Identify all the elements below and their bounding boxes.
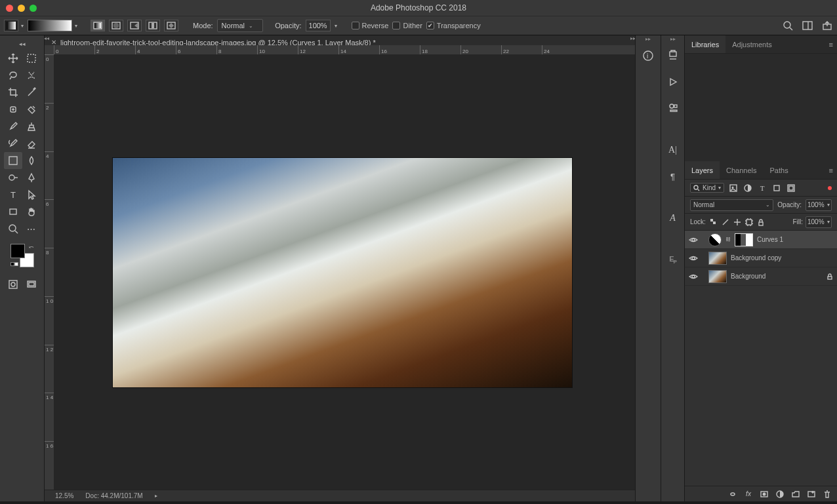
move-tool[interactable] [4,50,22,67]
quick-mask-button[interactable] [4,279,22,290]
foreground-color-swatch[interactable] [10,244,25,258]
layer-name[interactable]: Background copy [731,254,781,262]
ruler-horizontal[interactable]: 024681012141618202224 [45,45,635,54]
ruler-vertical[interactable]: 024681 01 21 41 6 [45,54,54,490]
linear-gradient-button[interactable] [91,20,105,31]
foreground-background-colors[interactable]: ⤺ [10,244,34,267]
layer-visibility-icon[interactable] [689,273,698,280]
opacity-input[interactable]: 100% [306,20,331,31]
default-colors-icon[interactable] [10,262,18,267]
dodge-tool[interactable] [4,169,22,186]
swap-colors-icon[interactable]: ⤺ [29,244,34,250]
workspace-switcher-icon[interactable] [802,20,813,31]
lasso-tool[interactable] [4,67,22,84]
layer-mask-thumb[interactable] [735,233,753,246]
tab-paths[interactable]: Paths [764,161,795,179]
canvas[interactable] [54,54,635,490]
layer-row[interactable]: Background copy [685,249,837,267]
layer-row[interactable]: Background [685,267,837,286]
diamond-gradient-button[interactable] [164,20,178,31]
tab-adjustments[interactable]: Adjustments [725,35,779,53]
reverse-checkbox[interactable]: Reverse [352,22,389,29]
lock-position-icon[interactable] [733,218,741,226]
expand-panels-icon[interactable]: ▸▸ [645,36,651,42]
transparency-checkbox[interactable]: ✔Transparency [426,22,481,29]
link-layers-icon[interactable] [728,490,737,499]
mask-link-icon[interactable]: ⛓ [725,237,731,242]
brush-tool[interactable] [4,118,22,135]
extension-panel-icon[interactable]: EP [666,253,680,267]
crop-tool[interactable] [4,84,22,101]
dither-checkbox[interactable]: Dither [392,22,422,29]
edit-toolbar-button[interactable]: ⋯ [22,220,41,237]
character-panel-icon[interactable]: A| [666,143,680,157]
filter-smart-icon[interactable] [786,183,796,193]
timeline-panel-icon[interactable] [666,101,680,115]
lock-transparency-icon[interactable] [710,218,718,226]
filter-adjustment-icon[interactable] [743,183,753,193]
history-panel-icon[interactable] [666,48,680,63]
search-icon[interactable] [782,20,794,31]
gradient-tool[interactable] [4,152,22,169]
lock-all-icon[interactable] [757,218,765,226]
tab-channels[interactable]: Channels [720,161,763,179]
doc-size-info[interactable]: Doc: 44.2M/101.7M [85,492,142,499]
path-select-tool[interactable] [22,186,41,203]
collapse-toolbar-icon[interactable]: ◂◂ [19,41,26,47]
status-chevron-icon[interactable]: ▸ [155,493,157,499]
blur-tool[interactable] [22,152,41,169]
hand-tool[interactable] [22,203,41,220]
blend-mode-select[interactable]: Normal⌄ [690,199,773,211]
adjustment-layer-icon[interactable] [775,490,785,499]
eyedropper-tool[interactable] [22,84,41,101]
layer-name[interactable]: Curves 1 [757,236,783,243]
filter-pixel-icon[interactable] [728,183,739,193]
new-layer-icon[interactable] [807,490,816,499]
mode-select[interactable]: Normal ⌄ [217,19,264,32]
history-brush-tool[interactable] [4,135,22,152]
tab-layers[interactable]: Layers [685,161,720,179]
layer-visibility-icon[interactable] [689,237,698,243]
group-layers-icon[interactable] [791,490,800,499]
tool-preset-picker[interactable]: ▾ [4,20,24,31]
radial-gradient-button[interactable] [109,20,123,31]
glyphs-panel-icon[interactable]: A [666,211,680,225]
spot-healing-tool[interactable] [4,101,22,118]
angle-gradient-button[interactable] [127,20,142,31]
screen-mode-button[interactable] [22,279,41,290]
libraries-panel-body[interactable] [685,54,837,161]
layer-style-icon[interactable]: fx [744,490,753,499]
layer-visibility-icon[interactable] [689,255,698,262]
share-icon[interactable] [821,20,833,31]
patch-tool[interactable] [22,101,41,118]
type-tool[interactable]: T [4,186,22,203]
paragraph-panel-icon[interactable]: ¶ [666,169,680,184]
zoom-tool[interactable] [4,220,22,237]
info-panel-icon[interactable]: i [641,48,655,63]
expand-panels-icon-2[interactable]: ▸▸ [670,36,676,42]
lock-pixels-icon[interactable] [722,218,729,226]
layer-mask-icon[interactable] [760,490,769,499]
layer-opacity-input[interactable]: 100%▾ [806,199,832,211]
opacity-stepper[interactable]: ▾ [335,23,337,29]
panel-menu-icon[interactable]: ≡ [825,35,837,53]
quick-select-tool[interactable] [22,67,41,84]
tab-libraries[interactable]: Libraries [685,35,725,53]
actions-panel-icon[interactable] [666,75,680,89]
rect-marquee-tool[interactable] [22,50,41,67]
clone-stamp-tool[interactable] [22,118,41,135]
eraser-tool[interactable] [22,135,41,152]
layer-filter-kind-select[interactable]: Kind ▾ [690,183,724,193]
reflected-gradient-button[interactable] [146,20,160,31]
filter-toggle-switch[interactable] [828,186,832,190]
rectangle-shape-tool[interactable] [4,203,22,220]
gradient-picker[interactable]: ▾ [28,20,77,31]
delete-layer-icon[interactable] [823,490,832,499]
lock-artboard-icon[interactable] [745,218,753,226]
filter-shape-icon[interactable] [771,183,782,193]
doc-collapse-left-icon[interactable]: ◂◂ [44,35,49,41]
layer-row[interactable]: ⛓Curves 1 [685,231,837,249]
pen-tool[interactable] [22,169,41,186]
filter-type-icon[interactable]: T [757,183,767,193]
layer-locked-icon[interactable] [827,273,833,280]
